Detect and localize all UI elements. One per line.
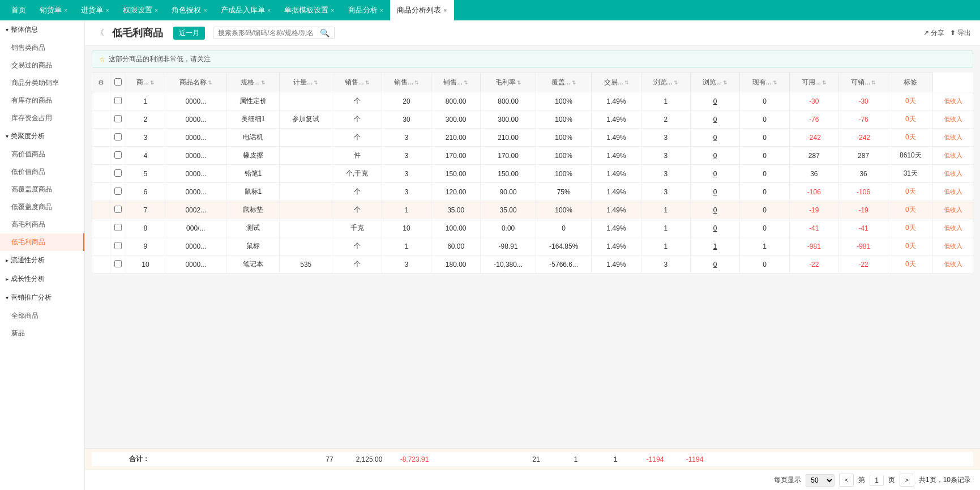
row-checkbox[interactable]	[114, 188, 122, 195]
row-checkbox[interactable]	[114, 224, 122, 231]
search-icon[interactable]: 🔍	[320, 28, 329, 37]
share-button[interactable]: ↗ 分享	[923, 28, 944, 38]
select-all-checkbox[interactable]	[114, 78, 122, 86]
row-checkbox[interactable]	[114, 151, 122, 159]
row-avail-stock: -106	[838, 183, 888, 201]
row-no: 9	[126, 237, 165, 255]
content-area: 《 低毛利商品 近一月 🔍 ↗ 分享 ⬆ 导出 ☆ 这部分商品的利润非常低，	[85, 20, 980, 490]
sidebar-group-growth-title[interactable]: ▸ 成长性分析	[0, 270, 84, 288]
column-select-all[interactable]	[110, 73, 126, 92]
row-view-count1[interactable]: 0	[691, 147, 740, 165]
sidebar-item-traded-products[interactable]: 交易过的商品	[0, 57, 84, 74]
row-avail-stock: -22	[838, 255, 888, 274]
row-gross-rate: 100%	[536, 201, 592, 219]
row-view-count1[interactable]: 1	[691, 237, 740, 255]
nav-role-auth[interactable]: 角色授权 ×	[165, 0, 213, 20]
row-view-count1[interactable]: 0	[691, 129, 740, 147]
sidebar-item-high-value[interactable]: 高价值商品	[0, 146, 84, 163]
sidebar-group-overall-title[interactable]: ▾ 整体信息	[0, 20, 84, 39]
row-current-stock: 287	[789, 147, 838, 165]
nav-home[interactable]: 首页	[5, 0, 33, 20]
row-unit: 个	[332, 92, 382, 110]
row-checkbox[interactable]	[114, 260, 122, 267]
row-sale-amt: 210.00	[431, 129, 481, 147]
sidebar-group-marketing-title[interactable]: ▾ 营销推广分析	[0, 288, 84, 307]
row-spec	[280, 219, 332, 237]
close-icon[interactable]: ×	[380, 7, 383, 14]
row-checkbox[interactable]	[114, 206, 122, 213]
sidebar-item-in-stock[interactable]: 有库存的商品	[0, 92, 84, 109]
sidebar-collapse-button[interactable]: 《	[94, 28, 106, 38]
row-no: 4	[126, 147, 165, 165]
row-settings	[92, 237, 110, 255]
row-sale-amt: 60.00	[431, 237, 481, 255]
sidebar-group-liquidity-title[interactable]: ▸ 流通性分析	[0, 251, 84, 270]
row-view-count1[interactable]: 0	[691, 201, 740, 219]
row-view-count1[interactable]: 0	[691, 183, 740, 201]
nav-template-settings[interactable]: 单据模板设置 ×	[277, 0, 341, 20]
table-row: 7 0002... 鼠标垫 个 1 35.00 35.00 100% 1.49%…	[92, 201, 973, 219]
row-view-count1[interactable]: 0	[691, 92, 740, 110]
sidebar-item-stock-funds[interactable]: 库存资金占用	[0, 109, 84, 127]
sidebar-group-cluster-title[interactable]: ▾ 类聚度分析	[0, 127, 84, 146]
column-sale-amt: 销售...⇅	[382, 73, 431, 92]
column-settings[interactable]: ⚙	[92, 73, 110, 92]
sidebar-item-low-value[interactable]: 低价值商品	[0, 163, 84, 181]
nav-sales-order[interactable]: 销货单 ×	[33, 0, 74, 20]
nav-product-analysis[interactable]: 商品分析 ×	[341, 0, 390, 20]
sidebar-item-low-margin[interactable]: 低毛利商品	[0, 233, 84, 251]
sidebar-item-high-coverage[interactable]: 高覆盖度商品	[0, 181, 84, 198]
row-tag: 低收入	[933, 219, 973, 237]
nav-permissions[interactable]: 权限设置 ×	[116, 0, 165, 20]
row-gross-rate: -5766.6...	[536, 255, 592, 274]
sidebar-item-category-sales-rate[interactable]: 商品分类助销率	[0, 74, 84, 92]
nav-purchase-order[interactable]: 进货单 ×	[74, 0, 115, 20]
period-button[interactable]: 近一月	[173, 27, 205, 40]
row-unit: 个	[332, 110, 382, 129]
close-icon[interactable]: ×	[443, 7, 447, 14]
row-view-count2: 0	[740, 92, 789, 110]
row-name: 电话机	[226, 129, 279, 147]
column-gross-rate: 毛利率⇅	[481, 73, 536, 92]
sidebar-item-new-products[interactable]: 新品	[0, 325, 84, 342]
row-checkbox[interactable]	[114, 133, 122, 140]
prev-page-button[interactable]: ＜	[839, 474, 854, 487]
sidebar-item-low-coverage[interactable]: 低覆盖度商品	[0, 198, 84, 216]
table-row: 2 0000... 吴细细1 参加复试 个 30 300.00 300.00 1…	[92, 110, 973, 129]
close-icon[interactable]: ×	[64, 7, 67, 14]
row-view-count1[interactable]: 0	[691, 255, 740, 274]
row-checkbox[interactable]	[114, 169, 122, 177]
row-view-count1[interactable]: 0	[691, 110, 740, 129]
row-sale-amt: 180.00	[431, 255, 481, 274]
sidebar-item-all-products[interactable]: 全部商品	[0, 307, 84, 325]
row-checkbox[interactable]	[114, 97, 122, 104]
row-spec	[280, 129, 332, 147]
sidebar-item-sales-products[interactable]: 销售类商品	[0, 39, 84, 57]
row-view-count1[interactable]: 0	[691, 219, 740, 237]
row-view-count2: 0	[740, 129, 789, 147]
close-icon[interactable]: ×	[267, 7, 271, 14]
export-button[interactable]: ⬆ 导出	[950, 28, 971, 38]
row-name: 鼠标1	[226, 183, 279, 201]
row-name: 属性定价	[226, 92, 279, 110]
row-checkbox-cell	[110, 92, 126, 110]
nav-product-analysis-list[interactable]: 商品分析列表 ×	[390, 0, 453, 20]
close-icon[interactable]: ×	[105, 7, 109, 14]
header-actions: ↗ 分享 ⬆ 导出	[923, 28, 971, 38]
row-unit: 千克	[332, 219, 382, 237]
row-view-count1[interactable]: 0	[691, 165, 740, 183]
row-code: 0000...	[165, 255, 226, 274]
nav-product-entry[interactable]: 产成品入库单 ×	[214, 0, 277, 20]
close-icon[interactable]: ×	[203, 7, 207, 14]
per-page-select[interactable]: 50 20 100	[806, 474, 835, 487]
row-trade-count: 3	[641, 183, 690, 201]
search-input[interactable]	[218, 29, 320, 37]
row-sale-qty: 20	[382, 92, 431, 110]
close-icon[interactable]: ×	[331, 7, 334, 14]
next-page-button[interactable]: ＞	[900, 474, 914, 487]
row-gross-rate: 0	[536, 219, 592, 237]
sidebar-item-high-margin[interactable]: 高毛利商品	[0, 216, 84, 233]
close-icon[interactable]: ×	[155, 7, 158, 14]
row-checkbox[interactable]	[114, 115, 122, 122]
row-checkbox[interactable]	[114, 242, 122, 249]
